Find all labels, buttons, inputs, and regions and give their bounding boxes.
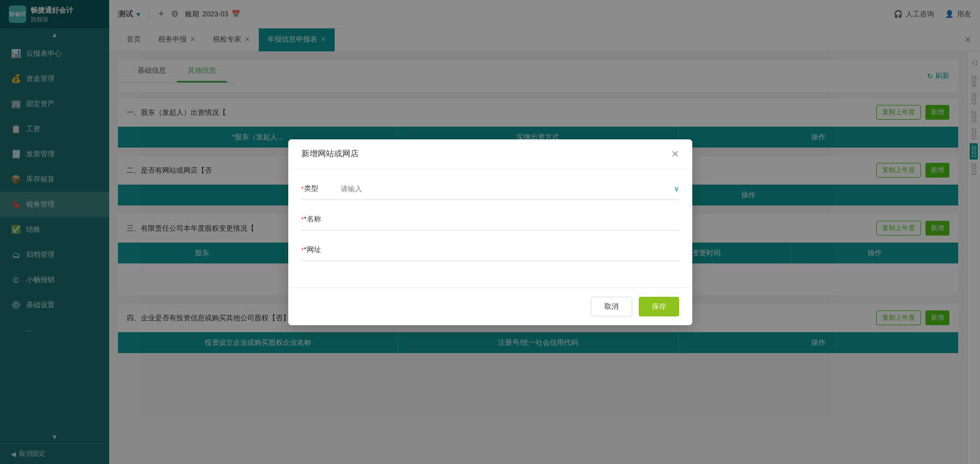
type-input[interactable] (341, 183, 667, 195)
url-input[interactable] (341, 244, 679, 256)
modal-body: *类型 ∨ * *名称 * (288, 169, 692, 287)
form-field-name: * *名称 (301, 213, 679, 231)
form-field-type: *类型 ∨ (301, 183, 679, 200)
modal-overlay[interactable]: 新增网站或网店 ✕ *类型 ∨ * *名称 (0, 0, 980, 464)
form-label-type: *类型 (301, 184, 334, 193)
form-label-name: * *名称 (301, 214, 334, 224)
type-dropdown-icon[interactable]: ∨ (674, 184, 679, 193)
modal-footer: 取消 保存 (288, 287, 692, 325)
form-row-url: * *网址 (301, 244, 679, 261)
form-row-name: * *名称 (301, 213, 679, 231)
cancel-button[interactable]: 取消 (591, 297, 632, 316)
save-button[interactable]: 保存 (639, 297, 679, 316)
name-input[interactable] (341, 213, 679, 226)
modal-header: 新增网站或网店 ✕ (288, 139, 692, 169)
modal-close-button[interactable]: ✕ (671, 148, 679, 160)
modal-title: 新增网站或网店 (301, 149, 359, 159)
form-field-url: * *网址 (301, 244, 679, 261)
form-label-url: * *网址 (301, 245, 334, 255)
form-row-type: *类型 ∨ (301, 183, 679, 200)
add-website-modal: 新增网站或网店 ✕ *类型 ∨ * *名称 (288, 139, 692, 325)
